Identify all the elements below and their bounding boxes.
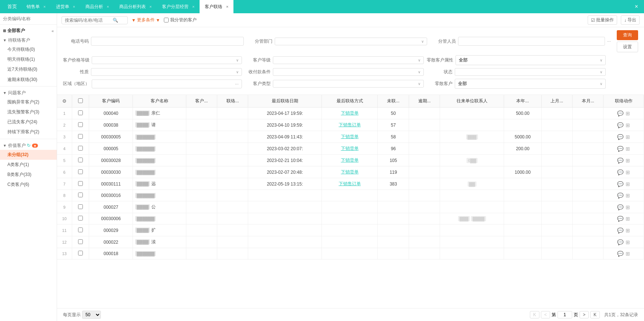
sidebar-item-declining[interactable]: 持续下滑客户(2) bbox=[0, 127, 57, 137]
grid-action-icon[interactable]: ⊞ bbox=[626, 204, 630, 210]
row-select-checkbox[interactable] bbox=[78, 146, 83, 151]
close-tab-purchase-icon[interactable]: × bbox=[73, 4, 75, 9]
last-method-link[interactable]: 下销售订单 bbox=[339, 122, 361, 127]
nav-tab-customer-segment[interactable]: 客户分层经营 × bbox=[157, 0, 200, 13]
message-action-icon[interactable]: 💬 bbox=[617, 193, 623, 198]
row-select-checkbox[interactable] bbox=[78, 193, 83, 197]
sidebar-item-churn-warning[interactable]: 流失预警客户(3) bbox=[0, 107, 57, 117]
select-all-checkbox[interactable] bbox=[78, 98, 83, 103]
group-value-customers[interactable]: ▼ 价值客户 ↻ ● bbox=[0, 141, 57, 150]
window-close-icon[interactable]: × bbox=[632, 3, 641, 10]
manager-input[interactable] bbox=[458, 37, 605, 46]
per-page-select[interactable]: 50 100 200 bbox=[82, 311, 101, 319]
message-action-icon[interactable]: 💬 bbox=[617, 216, 623, 222]
grid-action-icon[interactable]: ⊞ bbox=[626, 181, 630, 187]
message-action-icon[interactable]: 💬 bbox=[617, 204, 623, 210]
row-checkbox[interactable] bbox=[72, 119, 89, 131]
sidebar-item-overdue-pending[interactable]: 逾期未联络(30) bbox=[0, 75, 57, 85]
dept-select[interactable]: ∨ bbox=[275, 38, 427, 45]
price-grade-select[interactable]: ∨ bbox=[92, 56, 242, 64]
grid-action-icon[interactable]: ⊞ bbox=[626, 251, 630, 257]
last-method-link[interactable]: 下销货单 bbox=[341, 169, 359, 174]
grid-action-icon[interactable]: ⊞ bbox=[626, 216, 630, 222]
last-method-link[interactable]: 下销货单 bbox=[341, 158, 359, 163]
row-select-checkbox[interactable] bbox=[78, 181, 83, 186]
row-checkbox[interactable] bbox=[72, 143, 89, 155]
row-select-checkbox[interactable] bbox=[78, 122, 83, 127]
row-select-checkbox[interactable] bbox=[78, 251, 83, 255]
sidebar-collapse-icon[interactable]: « bbox=[52, 29, 54, 33]
filter-search-input[interactable] bbox=[65, 18, 113, 23]
message-action-icon[interactable]: 💬 bbox=[617, 239, 623, 245]
refresh-icon[interactable]: ↻ bbox=[27, 143, 31, 148]
grid-action-icon[interactable]: ⊞ bbox=[626, 239, 630, 245]
message-action-icon[interactable]: 💬 bbox=[617, 134, 623, 140]
group-problem-customers[interactable]: ▼ 问题客户 bbox=[0, 88, 57, 97]
row-checkbox[interactable] bbox=[72, 155, 89, 166]
message-action-icon[interactable]: 💬 bbox=[617, 169, 623, 175]
close-tab-product-analysis-icon[interactable]: × bbox=[107, 4, 109, 9]
row-checkbox[interactable] bbox=[72, 166, 89, 178]
nav-tab-customer-contact[interactable]: 客户联络 × bbox=[200, 0, 233, 13]
last-method-link[interactable]: 下销售订单 bbox=[339, 181, 361, 186]
region-more-icon[interactable]: ··· bbox=[235, 81, 239, 87]
close-tab-product-list-icon[interactable]: × bbox=[149, 4, 152, 9]
nav-tab-purchase[interactable]: 进货单 × bbox=[51, 0, 80, 13]
payment-select[interactable]: ∨ bbox=[273, 68, 424, 76]
phone-input[interactable] bbox=[91, 37, 244, 46]
customer-grade-select[interactable]: ∨ bbox=[273, 56, 424, 64]
column-setting-icon[interactable]: ⚙ bbox=[62, 98, 67, 104]
nav-home[interactable]: 首页 bbox=[3, 0, 21, 13]
row-select-checkbox[interactable] bbox=[78, 134, 83, 139]
col-setting[interactable]: ⚙ bbox=[57, 95, 72, 107]
row-select-checkbox[interactable] bbox=[78, 204, 83, 209]
message-action-icon[interactable]: 💬 bbox=[617, 110, 623, 116]
sidebar-item-class-c[interactable]: C类客户(6) bbox=[0, 180, 57, 190]
reset-button[interactable]: 设置 bbox=[617, 42, 638, 52]
grid-action-icon[interactable]: ⊞ bbox=[626, 169, 630, 175]
nav-tab-product-analysis[interactable]: 商品分析 × bbox=[80, 0, 114, 13]
scatter-attr-select[interactable]: 全部 ∨ bbox=[455, 55, 606, 65]
scatter-select[interactable]: 全部 ∨ bbox=[455, 79, 606, 89]
col-checkbox[interactable] bbox=[72, 95, 89, 107]
close-tab-customer-contact-icon[interactable]: × bbox=[226, 4, 228, 9]
filter-search-icon[interactable]: 🔍 bbox=[113, 18, 118, 23]
prev-page-btn[interactable]: < bbox=[541, 311, 550, 318]
row-checkbox[interactable] bbox=[72, 248, 89, 260]
grid-action-icon[interactable]: ⊞ bbox=[626, 110, 630, 116]
last-page-btn[interactable]: K bbox=[590, 311, 600, 318]
nature-select[interactable]: ∨ bbox=[91, 68, 242, 76]
sidebar-item-class-b[interactable]: B类客户(33) bbox=[0, 170, 57, 180]
row-checkbox[interactable] bbox=[72, 213, 89, 225]
message-action-icon[interactable]: 💬 bbox=[617, 122, 623, 128]
row-select-checkbox[interactable] bbox=[78, 169, 83, 174]
nav-tab-sales[interactable]: 销售单 × bbox=[21, 0, 51, 13]
message-action-icon[interactable]: 💬 bbox=[617, 251, 623, 257]
message-action-icon[interactable]: 💬 bbox=[617, 158, 623, 163]
grid-action-icon[interactable]: ⊞ bbox=[626, 193, 630, 198]
row-select-checkbox[interactable] bbox=[78, 227, 83, 232]
close-tab-sales-icon[interactable]: × bbox=[43, 4, 46, 9]
grid-action-icon[interactable]: ⊞ bbox=[626, 227, 630, 233]
message-action-icon[interactable]: 💬 bbox=[617, 227, 623, 233]
sidebar-item-class-a[interactable]: A类客户(1) bbox=[0, 160, 57, 170]
last-method-link[interactable]: 下销货单 bbox=[341, 134, 359, 139]
close-tab-customer-segment-icon[interactable]: × bbox=[192, 4, 194, 9]
sidebar-item-ungroup[interactable]: 未分组(32) bbox=[0, 150, 57, 160]
sidebar-item-today-pending[interactable]: 今天待联络(0) bbox=[0, 45, 57, 54]
grid-action-icon[interactable]: ⊞ bbox=[626, 122, 630, 128]
row-checkbox[interactable] bbox=[72, 201, 89, 213]
status-select[interactable]: ∨ bbox=[455, 68, 606, 76]
region-select[interactable]: ··· bbox=[92, 80, 242, 88]
more-conditions-btn[interactable]: ▼ 更多条件 ▼ bbox=[131, 17, 160, 23]
customer-type-select[interactable]: ∨ bbox=[273, 80, 424, 88]
sidebar-item-hoard-abnormal[interactable]: 囤购异常客户(2) bbox=[0, 97, 57, 107]
row-checkbox[interactable] bbox=[72, 131, 89, 143]
row-select-checkbox[interactable] bbox=[78, 239, 83, 244]
manager-more-icon[interactable]: ··· bbox=[607, 39, 611, 44]
row-checkbox[interactable] bbox=[72, 236, 89, 248]
page-number-input[interactable] bbox=[557, 311, 572, 318]
grid-action-icon[interactable]: ⊞ bbox=[626, 146, 630, 152]
row-select-checkbox[interactable] bbox=[78, 110, 83, 115]
row-checkbox[interactable] bbox=[72, 107, 89, 119]
